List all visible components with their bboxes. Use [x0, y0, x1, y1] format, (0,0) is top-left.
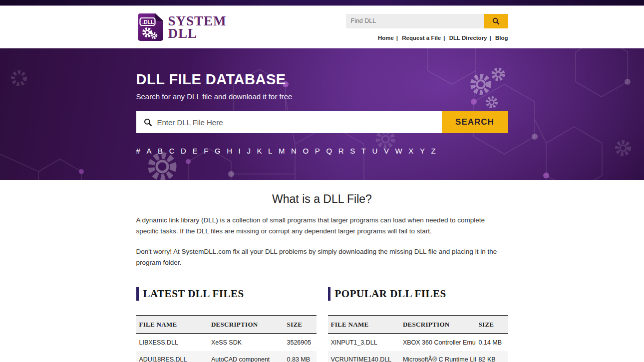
dll-search-bar: SEARCH	[136, 111, 508, 133]
site-title: SYSTEM DLL	[168, 15, 227, 40]
popular-dll-files-heading: POPULAR DLL FILES	[335, 288, 446, 300]
alphabet-link-U[interactable]: U	[372, 147, 378, 155]
alphabet-link-M[interactable]: M	[279, 147, 285, 155]
alphabet-link-P[interactable]: P	[315, 147, 320, 155]
latest-dll-files-heading: LATEST DLL FILES	[143, 288, 244, 300]
alphabet-link-J[interactable]: J	[247, 147, 251, 155]
size-cell: 0.83 MB	[284, 351, 317, 362]
alphabet-link-K[interactable]: K	[257, 147, 262, 155]
about-paragraph-2: Don't worry! At SystemDLL.com fix all yo…	[136, 246, 508, 269]
alphabet-link-I[interactable]: I	[239, 147, 241, 155]
file-name-cell[interactable]: ADUI18RES.DLL	[136, 351, 208, 362]
alphabet-link-F[interactable]: F	[204, 147, 208, 155]
hero-section: DLL FILE DATABASE Search for any DLL fil…	[0, 48, 644, 180]
nav-link-blog[interactable]: Blog	[495, 35, 508, 41]
alphabet-link-Y[interactable]: Y	[420, 147, 425, 155]
column-header-file-name: FILE NAME	[136, 316, 208, 334]
column-header-size: SIZE	[284, 316, 317, 334]
dll-search-button[interactable]: SEARCH	[442, 111, 508, 133]
file-name-cell[interactable]: LIBXESS.DLL	[136, 334, 208, 351]
file-name-cell[interactable]: XINPUT1_3.DLL	[328, 334, 400, 351]
alphabet-row: #ABCDEFGHIJKLMNOPQRSTUVWXYZ	[136, 147, 508, 155]
header-search-button[interactable]	[484, 14, 508, 28]
popular-dll-files-table: FILE NAME DESCRIPTION SIZE XINPUT1_3.DLL…	[328, 315, 508, 362]
alphabet-link-V[interactable]: V	[384, 147, 389, 155]
alphabet-link-L[interactable]: L	[268, 147, 272, 155]
about-heading: What is a DLL File?	[136, 192, 508, 206]
top-accent-bar	[0, 0, 644, 6]
description-cell: XeSS SDK	[208, 334, 284, 351]
hero-title: DLL FILE DATABASE	[136, 71, 508, 88]
file-name-cell[interactable]: VCRUNTIME140.DLL	[328, 351, 400, 362]
search-icon	[144, 118, 152, 127]
alphabet-link-B[interactable]: B	[158, 147, 163, 155]
alphabet-link-Z[interactable]: Z	[431, 147, 436, 155]
alphabet-link-T[interactable]: T	[361, 147, 366, 155]
table-row: XINPUT1_3.DLL XBOX 360 Controller Emulat…	[328, 334, 508, 351]
alphabet-link-R[interactable]: R	[338, 147, 344, 155]
size-cell: 0.14 MB	[476, 334, 508, 351]
alphabet-link-O[interactable]: O	[303, 147, 309, 155]
description-cell: MicrosoftÂ® C Runtime Library	[400, 351, 476, 362]
alphabet-link-E[interactable]: E	[193, 147, 198, 155]
alphabet-link-C[interactable]: C	[169, 147, 175, 155]
column-header-size: SIZE	[476, 316, 508, 334]
gear-icon	[151, 156, 173, 178]
description-cell: AutoCAD component	[208, 351, 284, 362]
size-cell: 3526905	[284, 334, 317, 351]
alphabet-link-X[interactable]: X	[408, 147, 413, 155]
header-search	[346, 14, 508, 28]
alphabet-link-hash[interactable]: #	[136, 147, 140, 155]
table-row: LIBXESS.DLL XeSS SDK 3526905	[136, 334, 317, 351]
dll-search-input[interactable]	[157, 118, 434, 127]
alphabet-link-Q[interactable]: Q	[326, 147, 332, 155]
nav-link-home[interactable]: Home	[378, 35, 400, 41]
column-header-description: DESCRIPTION	[208, 316, 284, 334]
alphabet-link-D[interactable]: D	[181, 147, 186, 155]
table-row: VCRUNTIME140.DLL MicrosoftÂ® C Runtime L…	[328, 351, 508, 362]
alphabet-link-H[interactable]: H	[227, 147, 232, 155]
hero-subtitle: Search for any DLL file and download it …	[136, 92, 508, 101]
heading-accent-bar	[136, 287, 139, 301]
search-icon	[492, 17, 500, 25]
header-nav: Home Request a File DLL Directory Blog	[378, 35, 508, 41]
nav-link-dll-directory[interactable]: DLL Directory	[449, 35, 494, 41]
alphabet-link-W[interactable]: W	[395, 147, 402, 155]
heading-accent-bar	[328, 287, 330, 301]
popular-dll-files-column: POPULAR DLL FILES FILE NAME DESCRIPTION …	[328, 287, 508, 362]
svg-text:.DLL: .DLL	[142, 19, 154, 25]
alphabet-link-S[interactable]: S	[350, 147, 355, 155]
table-row: ADUI18RES.DLL AutoCAD component 0.83 MB	[136, 351, 317, 362]
latest-dll-files-table: FILE NAME DESCRIPTION SIZE LIBXESS.DLL X…	[136, 315, 317, 362]
alphabet-link-G[interactable]: G	[215, 147, 221, 155]
dll-file-logo-icon: .DLL	[136, 13, 164, 41]
site-header: .DLL SYSTEM DLL	[0, 6, 644, 48]
alphabet-link-N[interactable]: N	[291, 147, 297, 155]
about-section: What is a DLL File? A dynamic link libra…	[0, 180, 644, 268]
description-cell: XBOX 360 Controller Emulator...	[400, 334, 476, 351]
column-header-file-name: FILE NAME	[328, 316, 400, 334]
about-paragraph-1: A dynamic link library (DLL) is a collec…	[136, 215, 508, 237]
header-search-input[interactable]	[346, 14, 484, 28]
site-logo[interactable]: .DLL SYSTEM DLL	[136, 13, 227, 41]
size-cell: 82 KB	[476, 351, 508, 362]
alphabet-link-A[interactable]: A	[146, 147, 151, 155]
nav-link-request-a-file[interactable]: Request a File	[402, 35, 447, 41]
dll-tables-section: LATEST DLL FILES FILE NAME DESCRIPTION S…	[0, 287, 644, 362]
latest-dll-files-column: LATEST DLL FILES FILE NAME DESCRIPTION S…	[136, 287, 317, 362]
column-header-description: DESCRIPTION	[400, 316, 476, 334]
